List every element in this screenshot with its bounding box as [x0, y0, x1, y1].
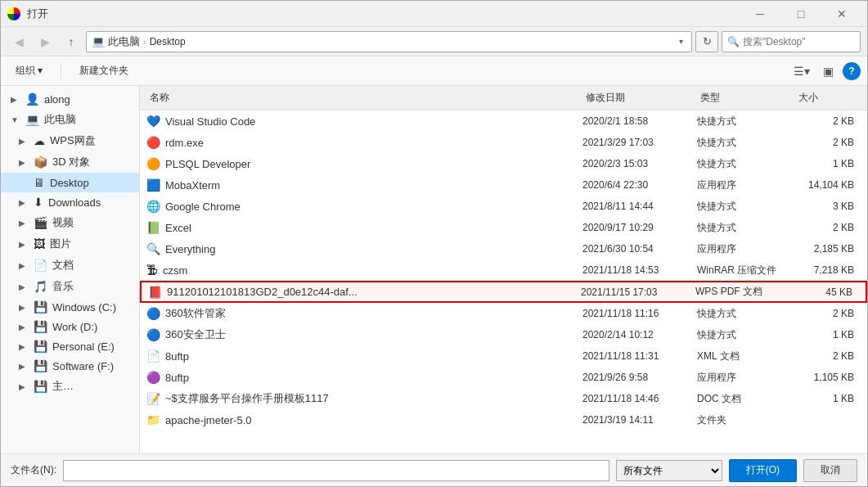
file-name-text: 8uftp	[165, 372, 189, 384]
expander-videos: ▶	[19, 219, 29, 228]
sidebar-label-moredrive: 主…	[52, 379, 74, 394]
col-size-header[interactable]: 大小	[795, 89, 861, 106]
sidebar-label-3d: 3D 对象	[52, 155, 90, 169]
filetype-select[interactable]: 所有文件	[616, 460, 722, 481]
file-name-cell: 🟠 PLSQL Developer	[146, 157, 582, 170]
maximize-button[interactable]: □	[782, 2, 820, 25]
forward-button[interactable]: ▶	[34, 30, 56, 53]
organize-button[interactable]: 组织 ▾	[7, 60, 51, 83]
table-row[interactable]: 📗 Excel 2020/9/17 10:29 快捷方式 2 KB	[140, 217, 867, 238]
close-button[interactable]: ✕	[823, 2, 861, 25]
sidebar-item-fdrive[interactable]: ▶ 💾 Software (F:)	[1, 356, 139, 376]
address-bar[interactable]: 💻 此电脑 › Desktop ▾	[86, 31, 692, 52]
col-date-header[interactable]: 修改日期	[582, 89, 697, 106]
sidebar-item-desktop[interactable]: 🖥 Desktop	[1, 173, 139, 192]
sidebar-item-downloads[interactable]: ▶ ⬇ Downloads	[1, 192, 139, 212]
up-button[interactable]: ↑	[60, 30, 83, 53]
table-row[interactable]: 📁 apache-jmeter-5.0 2021/3/19 14:11 文件夹	[140, 409, 867, 431]
sidebar-label-downloads: Downloads	[48, 196, 101, 209]
table-row[interactable]: 📄 8uftp 2021/11/18 11:31 XML 文档 2 KB	[140, 345, 867, 367]
sidebar-item-videos[interactable]: ▶ 🎬 视频	[1, 212, 139, 233]
table-row[interactable]: 🟠 PLSQL Developer 2020/2/3 15:03 快捷方式 1 …	[140, 153, 867, 174]
file-list: 💙 Visual Studio Code 2020/2/1 18:58 快捷方式…	[140, 110, 867, 453]
table-row[interactable]: 📕 911201012101813GD2_d0e12c44-daf... 202…	[140, 281, 867, 303]
open-button[interactable]: 打开(O)	[729, 459, 797, 482]
help-button[interactable]: ?	[843, 62, 861, 80]
cancel-button[interactable]: 取消	[803, 459, 857, 482]
sidebar-item-docs[interactable]: ▶ 📄 文档	[1, 255, 139, 276]
dialog-icon	[7, 7, 20, 20]
file-date-cell: 2021/3/29 17:03	[582, 137, 697, 148]
sidebar-item-pictures[interactable]: ▶ 🖼 图片	[1, 233, 139, 255]
table-row[interactable]: 🌐 Google Chrome 2021/8/11 14:44 快捷方式 3 K…	[140, 196, 867, 217]
sidebar-item-edrive[interactable]: ▶ 💾 Personal (E:)	[1, 336, 139, 356]
file-size-cell: 1 KB	[795, 393, 861, 404]
file-icon: 📝	[146, 392, 160, 405]
new-folder-button[interactable]: 新建文件夹	[71, 60, 137, 83]
file-icon: 🟦	[146, 178, 160, 192]
minimize-button[interactable]: ─	[741, 2, 779, 25]
file-date-cell: 2021/11/15 17:03	[581, 286, 695, 298]
sidebar-label-music: 音乐	[52, 279, 74, 294]
table-row[interactable]: 🔍 Everything 2021/6/30 10:54 应用程序 2,185 …	[140, 238, 867, 259]
file-icon: 📕	[148, 286, 162, 299]
breadcrumb-desktop[interactable]: Desktop	[150, 36, 186, 47]
sidebar-item-3d[interactable]: ▶ 📦 3D 对象	[1, 151, 139, 173]
sidebar-label-desktop: Desktop	[50, 177, 89, 189]
file-type-cell: 快捷方式	[697, 136, 795, 150]
file-name-cell: 🔵 360安全卫士	[146, 327, 582, 342]
expander-cdrive: ▶	[19, 303, 29, 312]
moredrive-icon: 💾	[34, 380, 47, 393]
sidebar-item-along[interactable]: ▶ 👤 along	[1, 89, 139, 109]
thispc-icon: 💻	[25, 113, 39, 126]
sidebar-item-thispc[interactable]: ▼ 💻 此电脑	[1, 109, 139, 130]
table-row[interactable]: 🔴 rdm.exe 2021/3/29 17:03 快捷方式 2 KB	[140, 132, 867, 153]
file-date-cell: 2021/11/18 14:46	[582, 393, 697, 404]
file-date-cell: 2021/9/26 9:58	[582, 372, 697, 383]
sidebar-item-ddrive[interactable]: ▶ 💾 Work (D:)	[1, 317, 139, 336]
address-dropdown-icon[interactable]: ▾	[676, 35, 686, 47]
breadcrumb-pc[interactable]: 💻 此电脑	[92, 34, 140, 49]
cdrive-icon: 💾	[34, 300, 47, 313]
col-name-header[interactable]: 名称	[146, 89, 582, 106]
file-type-cell: 快捷方式	[697, 200, 795, 214]
table-row[interactable]: 🟦 MobaXterm 2020/6/4 22:30 应用程序 14,104 K…	[140, 174, 867, 196]
sidebar-item-cdrive[interactable]: ▶ 💾 Windows (C:)	[1, 297, 139, 317]
expander-docs: ▶	[19, 261, 29, 270]
file-name-text: Visual Studio Code	[165, 115, 255, 128]
table-row[interactable]: 📝 ~$支撑服务平台操作手册模板1117 2021/11/18 14:46 DO…	[140, 388, 867, 409]
table-row[interactable]: 🗜 czsm 2021/11/18 14:53 WinRAR 压缩文件 7,21…	[140, 259, 867, 281]
sidebar-item-moredrive[interactable]: ▶ 💾 主…	[1, 376, 139, 397]
edrive-icon: 💾	[34, 340, 47, 353]
search-input[interactable]	[743, 36, 855, 47]
filename-input[interactable]	[63, 460, 609, 481]
file-icon: 📄	[146, 349, 160, 363]
panel-toggle-button[interactable]: ▣	[816, 60, 839, 83]
file-icon: 🔍	[146, 242, 160, 255]
refresh-button[interactable]: ↻	[695, 31, 718, 52]
open-file-dialog: 打开 ─ □ ✕ ◀ ▶ ↑ 💻 此电脑 › Desktop ▾ ↻ 🔍 组织 …	[0, 0, 868, 487]
file-name-cell: 🔍 Everything	[146, 242, 582, 255]
back-button[interactable]: ◀	[7, 30, 30, 53]
table-row[interactable]: 🟣 8uftp 2021/9/26 9:58 应用程序 1,105 KB	[140, 367, 867, 388]
file-date-cell: 2021/11/18 11:16	[582, 308, 697, 319]
table-row[interactable]: 🔵 360安全卫士 2020/2/14 10:12 快捷方式 1 KB	[140, 324, 867, 345]
sidebar: ▶ 👤 along ▼ 💻 此电脑 ▶ ☁ WPS网盘 ▶ 📦 3D 对象	[1, 86, 140, 453]
file-name-cell: 🌐 Google Chrome	[146, 200, 582, 213]
sidebar-label-wps: WPS网盘	[50, 133, 96, 148]
sidebar-item-music[interactable]: ▶ 🎵 音乐	[1, 276, 139, 297]
file-type-cell: WinRAR 压缩文件	[697, 264, 795, 277]
view-toggle-button[interactable]: ☰▾	[790, 60, 813, 83]
sidebar-label-along: along	[44, 93, 70, 106]
file-icon: 📁	[146, 413, 160, 426]
file-size-cell: 2 KB	[795, 115, 861, 127]
file-name-text: 360安全卫士	[165, 327, 226, 342]
search-bar[interactable]: 🔍	[722, 31, 861, 52]
downloads-icon: ⬇	[34, 196, 43, 209]
file-name-cell: 📗 Excel	[146, 221, 582, 234]
sidebar-item-wps[interactable]: ▶ ☁ WPS网盘	[1, 130, 139, 151]
file-name-text: apache-jmeter-5.0	[165, 414, 252, 426]
table-row[interactable]: 💙 Visual Studio Code 2020/2/1 18:58 快捷方式…	[140, 110, 867, 132]
table-row[interactable]: 🔵 360软件管家 2021/11/18 11:16 快捷方式 2 KB	[140, 303, 867, 324]
col-type-header[interactable]: 类型	[697, 89, 795, 106]
